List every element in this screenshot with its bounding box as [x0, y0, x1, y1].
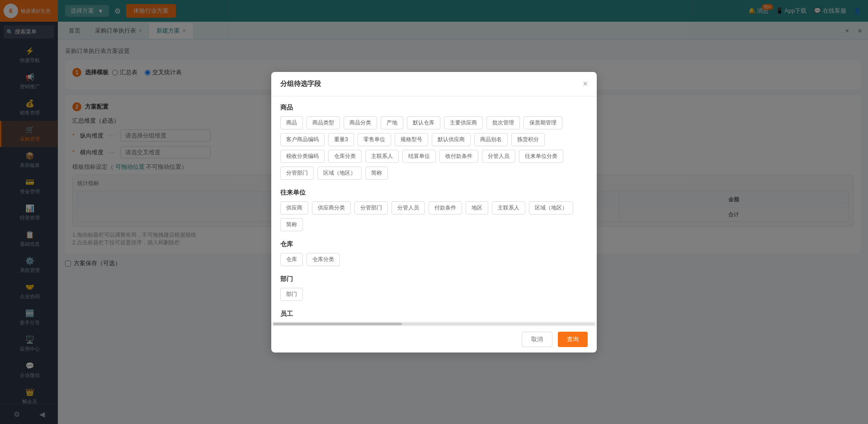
field-tag[interactable]: 分管部门 — [280, 167, 314, 180]
field-tag[interactable]: 简称 — [280, 218, 303, 231]
confirm-button[interactable]: 查询 — [558, 332, 588, 347]
field-tag[interactable]: 商品分类 — [344, 116, 377, 129]
modal-overlay: 分组待选字段 × 商品 商品商品类型商品分类产地默认仓库主要供应商批次管理保质期… — [0, 0, 868, 424]
goods-fields: 商品商品类型商品分类产地默认仓库主要供应商批次管理保质期管理客户商品编码重量3零… — [280, 116, 588, 180]
modal-header: 分组待选字段 × — [271, 72, 597, 96]
department-section: 部门 部门 — [280, 275, 588, 301]
field-tag[interactable]: 客户商品编码 — [280, 133, 325, 146]
field-tag[interactable]: 仓库 — [280, 253, 303, 266]
field-tag[interactable]: 默认仓库 — [407, 116, 440, 129]
field-tag[interactable]: 供应商 — [280, 201, 308, 214]
warehouse-section: 仓库 仓库仓库分类 — [280, 240, 588, 266]
field-select-modal: 分组待选字段 × 商品 商品商品类型商品分类产地默认仓库主要供应商批次管理保质期… — [271, 72, 597, 353]
field-tag[interactable]: 主要供应商 — [444, 116, 483, 129]
field-tag[interactable]: 商品别名 — [474, 133, 508, 146]
warehouse-fields: 仓库仓库分类 — [280, 253, 588, 266]
field-tag[interactable]: 分管部门 — [354, 201, 388, 214]
hscroll-thumb[interactable] — [273, 323, 402, 325]
modal-close-button[interactable]: × — [583, 79, 588, 89]
field-tag[interactable]: 重量3 — [328, 133, 354, 146]
field-tag[interactable]: 税收分类编码 — [280, 150, 325, 163]
field-tag[interactable]: 零售单位 — [358, 133, 391, 146]
modal-horizontal-scrollbar[interactable] — [271, 322, 597, 326]
field-tag[interactable]: 产地 — [381, 116, 403, 129]
field-tag[interactable]: 部门 — [280, 288, 303, 301]
field-tag[interactable]: 批次管理 — [486, 116, 520, 129]
counterpart-fields: 供应商供应商分类分管部门分管人员付款条件地区主联系人区域（地区）简称 — [280, 201, 588, 231]
field-tag[interactable]: 仓库分类 — [328, 150, 362, 163]
goods-title: 商品 — [280, 104, 588, 112]
modal-title: 分组待选字段 — [280, 80, 321, 88]
hscroll-track — [273, 323, 595, 325]
field-tag[interactable]: 默认供应商 — [432, 133, 471, 146]
field-tag[interactable]: 主联系人 — [492, 201, 525, 214]
field-tag[interactable]: 结算单位 — [402, 150, 436, 163]
cancel-button[interactable]: 取消 — [522, 332, 552, 347]
employee-section: 员工 业务员 — [280, 310, 588, 322]
field-tag[interactable]: 主联系人 — [365, 150, 399, 163]
employee-title: 员工 — [280, 310, 588, 318]
field-tag[interactable]: 拣货积分 — [511, 133, 545, 146]
field-tag[interactable]: 分管人员 — [482, 150, 515, 163]
field-tag[interactable]: 区域（地区） — [529, 201, 573, 214]
department-fields: 部门 — [280, 288, 588, 301]
warehouse-title: 仓库 — [280, 240, 588, 248]
field-tag[interactable]: 保质期管理 — [524, 116, 562, 129]
field-tag[interactable]: 仓库分类 — [307, 253, 340, 266]
field-tag[interactable]: 商品 — [280, 116, 303, 129]
modal-body: 商品 商品商品类型商品分类产地默认仓库主要供应商批次管理保质期管理客户商品编码重… — [271, 96, 597, 322]
modal-footer: 取消 查询 — [271, 326, 597, 353]
field-tag[interactable]: 付款条件 — [429, 201, 462, 214]
field-tag[interactable]: 规格型号 — [395, 133, 428, 146]
counterpart-section: 往来单位 供应商供应商分类分管部门分管人员付款条件地区主联系人区域（地区）简称 — [280, 189, 588, 231]
field-tag[interactable]: 区域（地区） — [317, 167, 362, 180]
goods-section: 商品 商品商品类型商品分类产地默认仓库主要供应商批次管理保质期管理客户商品编码重… — [280, 104, 588, 180]
field-tag[interactable]: 简称 — [365, 167, 388, 180]
field-tag[interactable]: 分管人员 — [392, 201, 425, 214]
department-title: 部门 — [280, 275, 588, 283]
field-tag[interactable]: 往来单位分类 — [519, 150, 563, 163]
field-tag[interactable]: 收付款条件 — [439, 150, 478, 163]
field-tag[interactable]: 地区 — [466, 201, 488, 214]
counterpart-title: 往来单位 — [280, 189, 588, 197]
field-tag[interactable]: 供应商分类 — [312, 201, 351, 214]
field-tag[interactable]: 商品类型 — [307, 116, 340, 129]
